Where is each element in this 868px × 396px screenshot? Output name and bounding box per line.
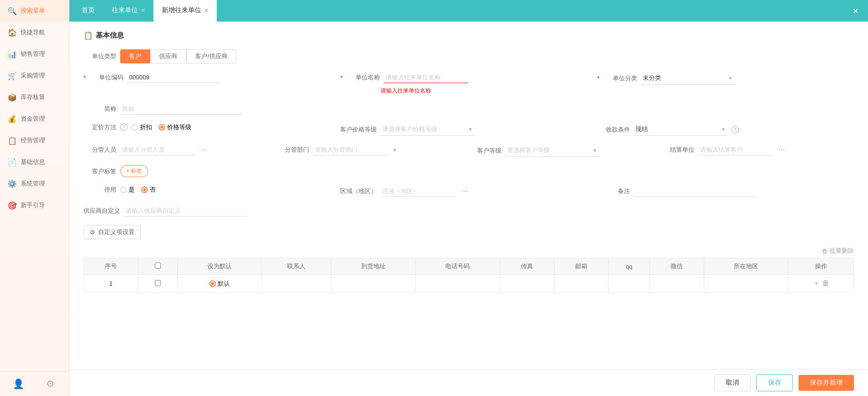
gear-icon: ⚙️ <box>8 179 17 188</box>
sidebar-expand-btn[interactable]: 👤 <box>4 375 34 392</box>
cancel-button[interactable]: 取消 <box>714 374 751 391</box>
add-tag-button[interactable]: + 标签 <box>120 165 148 177</box>
pricing-help-icon[interactable]: ? <box>120 124 128 131</box>
sidebar-item-sales[interactable]: 📊 销售管理 <box>0 43 69 65</box>
col-action: 操作 <box>788 258 854 275</box>
region-dots-btn[interactable]: ··· <box>459 187 469 195</box>
settlement-input[interactable] <box>698 144 773 155</box>
save-button[interactable]: 保存 <box>756 374 793 391</box>
radio-circle-discount <box>131 124 138 131</box>
sidebar-item-label: 快捷导航 <box>21 28 45 37</box>
sidebar-item-search[interactable]: 🔍 搜索菜单 <box>0 0 69 22</box>
delete-row-btn[interactable]: 🗑 <box>822 279 830 287</box>
supplier-custom-label: 供应商自定义 <box>84 207 120 215</box>
unit-type-buttons: 客户 供应商 客户/供应商 <box>120 49 236 63</box>
unit-category-select[interactable]: 未分类 ▼ <box>641 72 735 85</box>
sidebar-item-purchase[interactable]: 🛒 采购管理 <box>0 65 69 86</box>
custom-settings-area: ⚙ 自定义项设置 <box>84 225 854 245</box>
money-icon: 💰 <box>8 114 17 124</box>
sidebar: 🔍 搜索菜单 🏠 快捷导航 📊 销售管理 🛒 采购管理 📦 库存核算 💰 资金管… <box>0 0 69 396</box>
sidebar-settings-btn[interactable]: ⚙ <box>36 375 66 392</box>
sidebar-item-operation[interactable]: 📋 经营管理 <box>0 130 69 151</box>
unit-code-field: * 单位编码 <box>84 72 340 83</box>
settlement-field: 结算单位 ··· <box>662 144 854 155</box>
box-icon: 📦 <box>8 93 17 102</box>
pricing-discount-radio[interactable]: 折扣 <box>131 123 152 132</box>
sidebar-item-label: 销售管理 <box>21 50 45 58</box>
tabbar: 首页 往来单位 ✕ 新增往来单位 ✕ ✕ <box>69 0 868 22</box>
tag-label: 客户标签 <box>84 167 116 176</box>
sidebar-item-label: 搜索菜单 <box>21 7 45 15</box>
row-checkbox[interactable] <box>155 280 161 286</box>
disabled-yes-radio[interactable]: 是 <box>120 186 135 194</box>
unit-name-input[interactable] <box>384 72 468 83</box>
col-email: 邮箱 <box>554 258 609 275</box>
col-address: 到货地址 <box>331 258 416 275</box>
dept-input[interactable] <box>313 144 388 155</box>
payment-select[interactable]: 现结 ▼ <box>634 123 728 136</box>
customer-price-field: 客户价格等级 请选择客户价格等级 ▼ <box>340 123 597 136</box>
type-btn-customer[interactable]: 客户 <box>120 49 150 63</box>
custom-settings-label: 自定义项设置 <box>98 228 135 236</box>
region-field: 区域（地区） ··· <box>340 186 597 197</box>
sidebar-item-guide[interactable]: 🎯 新手引导 <box>0 194 69 216</box>
home-icon: 🏠 <box>8 28 17 37</box>
sidebar-item-label: 资金管理 <box>21 115 45 123</box>
tab-partner-close[interactable]: ✕ <box>141 8 145 14</box>
tab-new-partner[interactable]: 新增往来单位 ✕ <box>153 0 217 22</box>
remark-input[interactable] <box>634 186 756 197</box>
form-content: 📋 基本信息 单位类型 客户 供应商 客户/供应商 * 单位编码 <box>69 22 868 369</box>
sidebar-bottom: 👤 ⚙ <box>0 371 69 396</box>
disabled-label: 停用 <box>84 186 116 194</box>
customer-price-select[interactable]: 请选择客户价格等级 ▼ <box>381 123 474 136</box>
manager-label: 分管人员 <box>84 146 116 154</box>
sidebar-item-finance[interactable]: 💰 资金管理 <box>0 108 69 130</box>
unit-code-input[interactable] <box>127 72 221 83</box>
type-btn-both[interactable]: 客户/供应商 <box>186 49 236 63</box>
tab-new-partner-close[interactable]: ✕ <box>204 8 208 14</box>
default-radio-item[interactable]: 默认 <box>183 280 257 288</box>
payment-value: 现结 <box>636 125 648 133</box>
add-row-btn[interactable]: ＋ <box>813 279 820 288</box>
cell-contact <box>262 275 331 293</box>
sidebar-item-system[interactable]: ⚙️ 系统管理 <box>0 173 69 194</box>
cell-fax <box>500 275 554 293</box>
tab-home[interactable]: 首页 <box>73 0 103 22</box>
tag-row: 客户标签 + 标签 <box>84 165 854 177</box>
tab-partner-label: 往来单位 <box>112 6 138 15</box>
type-btn-supplier[interactable]: 供应商 <box>150 49 186 63</box>
pricing-grade-radio[interactable]: 价格等级 <box>159 123 191 132</box>
sidebar-item-nav[interactable]: 🏠 快捷导航 <box>0 22 69 43</box>
tab-new-partner-label: 新增往来单位 <box>162 6 201 15</box>
unit-category-field: * 单位分类 未分类 ▼ <box>597 72 854 85</box>
search-icon: 🔍 <box>8 6 17 16</box>
supplier-custom-input[interactable] <box>124 205 246 217</box>
save-new-button[interactable]: 保存并新增 <box>799 375 854 391</box>
dept-field: 分管部门 ▼ <box>276 144 469 155</box>
pricing-field: 定价方法 ? 折扣 价格等级 <box>84 123 340 132</box>
col-phone: 电话号码 <box>416 258 500 275</box>
tab-partner[interactable]: 往来单位 ✕ <box>103 0 153 22</box>
select-all-checkbox[interactable] <box>155 263 161 269</box>
col-default: 设为默认 <box>177 258 262 275</box>
sidebar-item-inventory[interactable]: 📦 库存核算 <box>0 86 69 108</box>
disabled-no-radio[interactable]: 否 <box>141 186 156 194</box>
tabbar-close-all[interactable]: ✕ <box>847 0 864 22</box>
footer: 取消 保存 保存并新增 <box>69 369 868 396</box>
customer-level-select[interactable]: 请选择客户等级 ▼ <box>505 144 599 157</box>
radio-circle-default <box>209 280 216 287</box>
manager-dots-btn[interactable]: ··· <box>199 146 209 154</box>
sidebar-item-basic[interactable]: 📄 基础信息 <box>0 151 69 173</box>
batch-delete-area[interactable]: 🗑 批量删除 <box>84 247 854 255</box>
manager-input[interactable] <box>120 144 195 155</box>
manager-row: 分管人员 ··· 分管部门 ▼ 客户等级 请选择客户等级 ▼ 结算单位 <box>84 144 854 157</box>
pricing-row: 定价方法 ? 折扣 价格等级 客户价格等级 请选择客户价格等级 <box>84 123 854 136</box>
chevron-down-icon: ▼ <box>593 148 597 153</box>
settlement-dots-btn[interactable]: ··· <box>777 146 787 154</box>
custom-settings-button[interactable]: ⚙ 自定义项设置 <box>84 225 141 239</box>
short-name-input[interactable] <box>120 103 242 115</box>
region-input[interactable] <box>381 186 456 197</box>
cell-seq: 1 <box>84 275 138 293</box>
section-title: 基本信息 <box>96 31 124 40</box>
payment-help-icon[interactable]: ? <box>731 126 739 133</box>
